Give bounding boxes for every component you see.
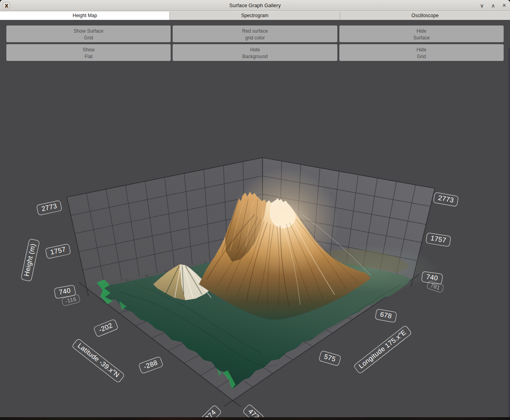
close-button[interactable]: × xyxy=(502,0,506,11)
tab-oscilloscope[interactable]: Oscilloscope xyxy=(340,12,510,20)
show-flat-button[interactable]: ShowFlat xyxy=(6,44,171,61)
desktop-edge-right xyxy=(508,48,510,417)
surface-3d-view[interactable]: 2773 1757 -116 740 Height (m) 2773 1757 … xyxy=(0,61,510,417)
tab-bar: Height Map Spectrogram Oscilloscope xyxy=(0,11,510,20)
desktop: X Surface Graph Gallery ∨ ∧ × Height Map… xyxy=(0,0,510,420)
app-window: X Surface Graph Gallery ∨ ∧ × Height Map… xyxy=(0,0,510,417)
hide-grid-button[interactable]: HideGrid xyxy=(339,44,504,61)
tab-height-map[interactable]: Height Map xyxy=(0,12,170,20)
show-surface-grid-button[interactable]: Show SurfaceGrid xyxy=(6,25,171,42)
titlebar[interactable]: X Surface Graph Gallery ∨ ∧ × xyxy=(0,0,510,11)
control-panel: Show SurfaceGrid Red surfacegrid color H… xyxy=(0,20,510,61)
window-title: Surface Graph Gallery xyxy=(0,2,510,8)
minimize-button[interactable]: ∨ xyxy=(480,0,484,11)
hide-background-button[interactable]: HideBackground xyxy=(173,44,337,61)
desktop-edge-bottom xyxy=(0,417,510,420)
tab-spectrogram[interactable]: Spectrogram xyxy=(170,12,340,20)
surface-grid-color-button[interactable]: Red surfacegrid color xyxy=(173,25,337,42)
maximize-button[interactable]: ∧ xyxy=(491,0,495,11)
app-icon: X xyxy=(3,2,10,9)
hide-surface-button[interactable]: HideSurface xyxy=(339,25,504,42)
volcano-light-glow xyxy=(231,168,339,275)
